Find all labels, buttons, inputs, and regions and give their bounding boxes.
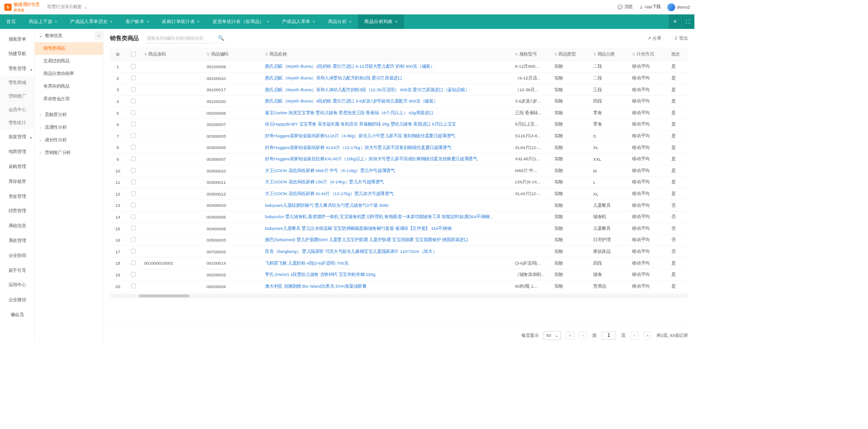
side-group-贡献度分析[interactable]: 贡献度分析 — [35, 108, 103, 121]
checkbox[interactable] — [131, 237, 136, 242]
close-all-tabs-button[interactable]: ✕ — [668, 14, 681, 29]
checkbox[interactable] — [131, 75, 136, 80]
table-row[interactable]: 1300400003babycare儿童硅胶软碗勺 婴儿餐具软头勺婴儿辅食勺2个… — [110, 200, 688, 211]
checkbox[interactable] — [131, 179, 136, 184]
nav-企业协同[interactable]: 企业协同 — [0, 248, 34, 263]
nav-系统管理[interactable]: 系统管理 — [0, 233, 34, 248]
product-link[interactable]: 好奇Huggies皇家铂金装拉拉裤XXL48片（15kg以上）加加大号婴儿尿不湿… — [265, 156, 477, 161]
table-row[interactable]: 500200006嘉宝Gerber 泡芙宝宝零食 婴幼儿辅食 星星泡芙三段 香蕉… — [110, 107, 688, 119]
column-category[interactable]: ⇅商品分类 — [590, 48, 629, 61]
prev-page-button[interactable]: ‹ — [579, 331, 587, 340]
checkbox[interactable] — [131, 51, 136, 56]
side-group-营销推广分析[interactable]: 营销推广分析 — [35, 146, 103, 159]
nav-库存核算[interactable]: 库存核算 — [0, 174, 34, 189]
checkbox[interactable] — [131, 133, 136, 138]
close-icon[interactable]: × — [55, 19, 57, 24]
nav-sub-营销推广[interactable]: 营销推广 — [0, 89, 34, 103]
table-row[interactable]: 1900200003亨氏 (Heinz) 1段婴幼儿辅食 含铁锌钙 宝宝米粉米糊… — [110, 269, 688, 281]
product-link[interactable]: 施巴(Sebamed) 婴儿护面霜50ml 儿童婴儿宝宝护面霜 儿童护肤霜 宝宝… — [265, 238, 468, 242]
checkbox[interactable] — [131, 145, 136, 149]
product-link[interactable]: 好奇Huggies皇家铂金装纸尿裤S116片（4-8kg）新生儿小号婴儿尿不湿 … — [265, 133, 455, 138]
column-type[interactable]: ⇅商品类型 — [551, 48, 590, 61]
tab-进货单统计表（按商品）[interactable]: 进货单统计表（按商品）× — [206, 14, 276, 29]
product-link[interactable]: 惠氏启赋（Wyeth illuma）2段奶粉 爱尔兰进口 6-12月较大婴儿配方… — [265, 64, 434, 69]
nav-sub-零售商城[interactable]: 零售商城 — [0, 76, 34, 90]
side-group-流通性分析[interactable]: 流通性分析 — [35, 121, 103, 134]
product-link[interactable]: 大王GOON 花信风纸尿裤 M66片 中号（6-11kg）婴儿中号超薄透气 — [265, 168, 395, 173]
tenant-selector[interactable]: 母婴行业演示账套 ⌄ — [47, 4, 88, 10]
tab-商品上下架[interactable]: 商品上下架× — [23, 14, 64, 29]
scrollbar-thumb[interactable] — [139, 294, 189, 297]
product-link[interactable]: 惠氏启赋（Wyeth illuma）4段奶粉 爱尔兰进口 3-6岁及7岁学龄前儿… — [265, 98, 438, 103]
nav-快捷导航[interactable]: 快捷导航 — [0, 47, 34, 61]
checkbox[interactable] — [131, 87, 136, 91]
first-page-button[interactable]: « — [566, 331, 574, 340]
next-page-button[interactable]: › — [631, 331, 639, 340]
product-link[interactable]: babycare儿童餐具 婴儿注水保温碗 宝宝防摔碗吸盘碗辅食碗勺套装 雀湖绿【… — [265, 226, 451, 231]
tab-采购订单统计表[interactable]: 采购订单统计表× — [156, 14, 206, 29]
nav-批发管理[interactable]: 批发管理 — [0, 130, 34, 145]
table-row[interactable]: 1100300011大王GOON 花信风纸尿裤 L56片（9-14kg）婴儿大号… — [110, 177, 688, 188]
checkbox[interactable] — [131, 272, 136, 276]
product-link[interactable]: 澳大利亚 佰澳朗德 Bio Island比奥岛 DHA海藻油胶囊 — [265, 284, 366, 289]
table-row[interactable]: 900300007好奇Huggies皇家铂金装拉拉裤XXL48片（15kg以上）… — [110, 154, 688, 165]
product-link[interactable]: 大王GOON 花信风纸尿裤 L56片（9-14kg）婴儿大号超薄透气 — [265, 180, 383, 185]
nav-采购管理[interactable]: 采购管理 — [0, 159, 34, 174]
column-spec[interactable]: ⇅规格型号 — [512, 48, 551, 61]
product-link[interactable]: 惠氏启赋（Wyeth illuma）亲和人体幼儿配方奶粉3段（12-36月适用）… — [265, 87, 469, 92]
table-row[interactable]: 1800100001000200100014飞鹤星飞帆 儿童奶粉 4段(3-6岁… — [110, 257, 688, 269]
product-link[interactable]: 飞鹤星飞帆 儿童奶粉 4段(3-6岁适用) 700克 — [265, 261, 348, 266]
checkbox[interactable] — [131, 121, 136, 126]
table-row[interactable]: 300100017惠氏启赋（Wyeth illuma）亲和人体幼儿配方奶粉3段（… — [110, 84, 688, 96]
nav-零售管理[interactable]: 零售管理 — [0, 61, 34, 76]
table-row[interactable]: 800300006好奇Huggies皇家铂金装纸尿裤 XL64片（12-17kg… — [110, 142, 688, 154]
close-icon[interactable]: × — [395, 19, 398, 24]
nav-畅会员[interactable]: 畅会员 — [0, 308, 34, 322]
table-row[interactable]: 1500400008babycare儿童餐具 婴儿注水保温碗 宝宝防摔碗吸盘碗辅… — [110, 223, 688, 234]
page-input[interactable] — [602, 331, 616, 340]
side-item-有库存的商品[interactable]: 有库存的商品 — [35, 80, 103, 93]
search-icon[interactable]: 🔍 — [218, 35, 224, 41]
checkbox[interactable] — [131, 260, 136, 265]
table-row[interactable]: 100100009惠氏启赋（Wyeth illuma）2段奶粉 爱尔兰进口 6-… — [110, 61, 688, 73]
app-download-button[interactable]: ⤓ App下载 — [639, 4, 660, 10]
checkbox[interactable] — [131, 191, 136, 196]
column-bulk[interactable]: 批次 — [668, 48, 688, 61]
collapse-panel-button[interactable]: « — [94, 31, 103, 40]
share-button[interactable]: ↗ 分享 — [647, 35, 661, 42]
nav-企业微信[interactable]: 企业微信 — [0, 293, 34, 308]
table-row[interactable]: 1000300010大王GOON 花信风纸尿裤 M66片 中号（6-11kg）婴… — [110, 165, 688, 177]
nav-电商管理[interactable]: 电商管理 — [0, 145, 34, 159]
column-code[interactable]: ⇅商品编码 — [204, 48, 263, 61]
horizontal-scrollbar[interactable] — [110, 294, 688, 298]
tab-客户账本[interactable]: 客户账本× — [119, 14, 156, 29]
nav-sub-零售统计[interactable]: 零售统计 — [0, 117, 34, 130]
export-button[interactable]: ⇩ 导出 — [674, 35, 688, 42]
fullscreen-button[interactable]: ⛶ — [681, 14, 694, 29]
user-menu[interactable]: demo2 — [667, 3, 690, 11]
table-row[interactable]: 200100010惠氏启赋（Wyeth illuma）亲和人体婴幼儿配方奶粉2段… — [110, 72, 688, 84]
nav-基础信息[interactable]: 基础信息 — [0, 219, 34, 233]
nav-经营管理[interactable]: 经营管理 — [0, 204, 34, 219]
side-group-成长性分析[interactable]: 成长性分析 — [35, 134, 103, 146]
table-row[interactable]: 2000200004澳大利亚 佰澳朗德 Bio Island比奥岛 DHA海藻油… — [110, 280, 688, 292]
product-link[interactable]: 大王GOON 花信风纸尿裤 XL44片（12-17kg）婴儿加大号超薄透气 — [265, 191, 393, 196]
checkbox[interactable] — [131, 98, 136, 103]
product-link[interactable]: 嘉宝Gerber 泡芙宝宝零食 婴幼儿辅食 星星泡芙三段 香蕉味（8个月以上） … — [265, 110, 433, 115]
checkbox[interactable] — [131, 226, 136, 230]
table-row[interactable]: 1200300012大王GOON 花信风纸尿裤 XL44片（12-17kg）婴儿… — [110, 188, 688, 200]
search-input[interactable] — [146, 33, 225, 43]
side-panel-heading[interactable]: ⌄ 整体信息 — [35, 29, 103, 42]
table-row[interactable]: 700300003好奇Huggies皇家铂金装纸尿裤S116片（4-8kg）新生… — [110, 130, 688, 142]
checkbox[interactable] — [131, 156, 136, 161]
product-link[interactable]: 亨氏 (Heinz) 1段婴幼儿辅食 含铁锌钙 宝宝米粉米糊 225g — [265, 272, 375, 277]
close-icon[interactable]: × — [349, 19, 352, 24]
side-item-销售类商品[interactable]: 销售类商品 — [35, 42, 103, 55]
close-icon[interactable]: × — [110, 19, 113, 24]
product-link[interactable]: 良良（liangliang） 婴儿隔尿垫 可洗大号新生儿麻棉宝宝儿童隔尿床巾 1… — [265, 249, 437, 254]
nav-搜索菜单[interactable]: 搜索菜单 — [0, 32, 34, 47]
side-item-商品分类动销率[interactable]: 商品分类动销率 — [35, 68, 103, 80]
checkbox[interactable] — [131, 202, 136, 207]
last-page-button[interactable]: » — [643, 331, 651, 340]
column-barcode[interactable]: ⇅商品条码 — [141, 48, 203, 61]
